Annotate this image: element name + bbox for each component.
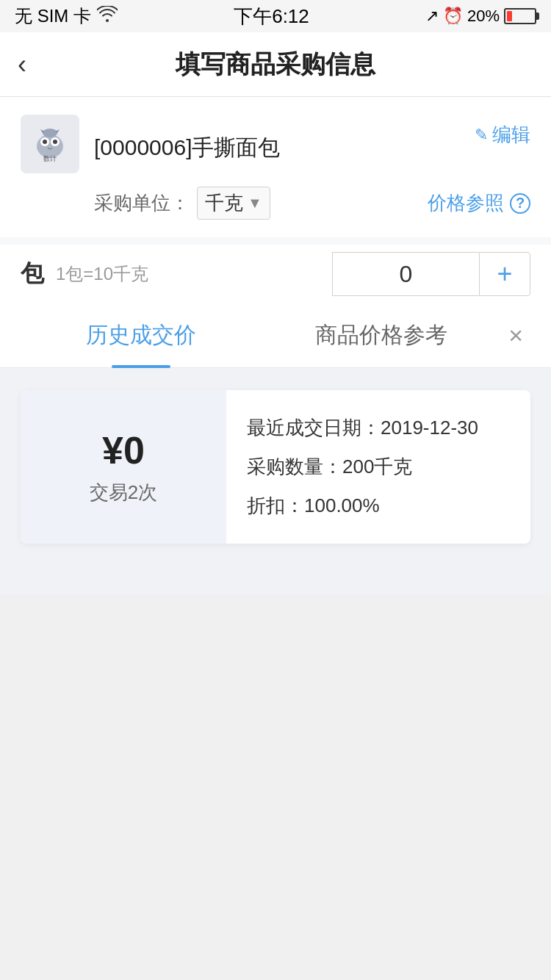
- quantity-row: 包 1包=10千克 +: [0, 245, 551, 303]
- product-image: 数计: [21, 115, 79, 173]
- price-value: 0: [123, 429, 145, 472]
- status-right: ↗ ⏰ 20%: [425, 7, 536, 26]
- quantity-separator: [0, 237, 551, 245]
- carrier-text: 无 SIM 卡: [15, 4, 91, 28]
- battery-percent: 20%: [467, 7, 500, 26]
- history-price: ¥0: [102, 428, 145, 472]
- product-header: 数计 [0000006]手撕面包 ✎ 编辑: [21, 115, 530, 173]
- status-bar: 无 SIM 卡 下午6:12 ↗ ⏰ 20%: [0, 0, 551, 32]
- back-button[interactable]: ‹: [18, 49, 26, 80]
- alarm-icon: ⏰: [443, 7, 463, 26]
- unit-label: 采购单位： 千克 ▼: [94, 187, 270, 220]
- product-card: 数计 [0000006]手撕面包 ✎ 编辑 采购单位： 千克 ▼ 价格参照 ?: [0, 97, 551, 237]
- tab-price-ref[interactable]: 商品价格参考: [261, 303, 501, 368]
- help-icon: ?: [510, 193, 530, 214]
- product-name: [0000006]手撕面包: [94, 133, 280, 163]
- tab-panel: 历史成交价 商品价格参考 × ¥0 交易2次 最近成交日期：2019-12-30…: [0, 303, 551, 595]
- detail-discount-value: 100.00%: [304, 494, 380, 516]
- detail-row-discount: 折扣：100.00%: [247, 491, 510, 520]
- history-content: ¥0 交易2次 最近成交日期：2019-12-30 采购数量：200千克 折扣：…: [0, 368, 551, 566]
- svg-point-5: [43, 129, 57, 137]
- quantity-input[interactable]: [332, 252, 479, 296]
- page-title: 填写商品采购信息: [176, 48, 375, 82]
- detail-qty-value: 200千克: [342, 455, 412, 478]
- unit-badge: 包: [21, 258, 44, 290]
- unit-value: 千克: [205, 190, 243, 216]
- tab-history-price[interactable]: 历史成交价: [21, 303, 261, 368]
- history-price-section: ¥0 交易2次: [21, 390, 226, 544]
- status-left: 无 SIM 卡: [15, 4, 118, 28]
- time-display: 下午6:12: [234, 4, 309, 29]
- battery-icon: [504, 8, 536, 24]
- tab-header: 历史成交价 商品价格参考 ×: [0, 303, 551, 368]
- quantity-plus-button[interactable]: +: [479, 252, 530, 296]
- edit-button[interactable]: ✎ 编辑: [475, 122, 530, 148]
- detail-discount-label: 折扣：: [247, 494, 304, 516]
- edit-label: 编辑: [492, 122, 530, 148]
- detail-date-value: 2019-12-30: [381, 417, 478, 439]
- price-symbol: ¥: [102, 429, 123, 472]
- location-icon: ↗: [425, 7, 439, 26]
- history-transactions: 交易2次: [90, 480, 157, 505]
- nav-bar: ‹ 填写商品采购信息: [0, 32, 551, 97]
- product-left: 数计 [0000006]手撕面包: [21, 115, 280, 173]
- owl-logo-icon: 数计: [32, 126, 68, 162]
- unit-label-text: 采购单位：: [94, 190, 190, 216]
- detail-date-label: 最近成交日期：: [247, 417, 381, 439]
- history-card: ¥0 交易2次 最近成交日期：2019-12-30 采购数量：200千克 折扣：…: [21, 390, 530, 544]
- wifi-icon: [97, 6, 118, 26]
- battery-fill: [507, 11, 512, 21]
- product-unit-row: 采购单位： 千克 ▼ 价格参照 ?: [94, 187, 530, 220]
- edit-icon: ✎: [475, 126, 488, 145]
- unit-hint: 1包=10千克: [56, 262, 148, 286]
- price-ref-button[interactable]: 价格参照 ?: [428, 190, 530, 216]
- history-details: 最近成交日期：2019-12-30 采购数量：200千克 折扣：100.00%: [226, 390, 530, 544]
- dropdown-icon: ▼: [248, 195, 262, 212]
- detail-row-quantity: 采购数量：200千克: [247, 453, 510, 481]
- tab-history-label: 历史成交价: [86, 320, 196, 350]
- tab-close-button[interactable]: ×: [501, 314, 530, 357]
- price-ref-label: 价格参照: [428, 190, 504, 216]
- svg-text:数计: 数计: [43, 155, 57, 162]
- quantity-unit: 包 1包=10千克: [21, 258, 148, 290]
- tab-price-ref-label: 商品价格参考: [315, 320, 447, 350]
- quantity-input-group: +: [332, 252, 530, 296]
- detail-qty-label: 采购数量：: [247, 455, 342, 478]
- unit-select[interactable]: 千克 ▼: [197, 187, 270, 220]
- svg-point-4: [53, 140, 57, 144]
- svg-point-3: [43, 140, 47, 144]
- detail-row-date: 最近成交日期：2019-12-30: [247, 414, 510, 442]
